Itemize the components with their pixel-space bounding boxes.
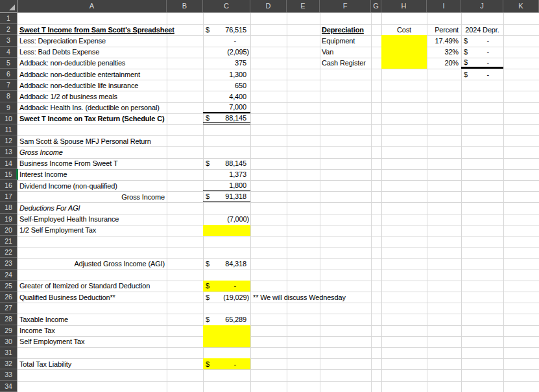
cell-A18[interactable]: Deductions For AGI [18,202,167,213]
column-header-D[interactable]: D [250,0,287,12]
cell-C8[interactable]: 4,400 [203,91,250,102]
cell-A16[interactable]: Dividend Income (non-qualified) [18,180,167,191]
row-header-17[interactable]: 17 [0,191,17,202]
cell-A15[interactable]: Interest Income [18,169,167,180]
row-header-3[interactable]: 3 [0,35,17,46]
row-header-19[interactable]: 19 [0,214,17,225]
cell-C28[interactable]: $65,289 [203,314,250,325]
row-header-9[interactable]: 9 [0,102,17,113]
cell-J5[interactable]: $- [461,58,503,69]
cell-A28[interactable]: Taxable Income [18,314,167,325]
row-header-16[interactable]: 16 [0,180,17,191]
column-header-J[interactable]: J [461,0,503,12]
row-header-25[interactable]: 25 [0,281,17,292]
cell-A26[interactable]: Qualified Business Deduction** [18,292,167,303]
cell-A10[interactable]: Sweet T Income on Tax Return (Schedule C… [18,113,167,124]
column-header-E[interactable]: E [287,0,320,12]
cell-A7[interactable]: Addback: non-deductible life insurance [18,80,167,91]
row-header-7[interactable]: 7 [0,80,17,91]
row-header-23[interactable]: 23 [0,258,17,269]
row-header-20[interactable]: 20 [0,225,17,236]
cell-A5[interactable]: Addback: non-deductible penalties [18,58,167,69]
row-header-12[interactable]: 12 [0,135,17,146]
cell-I3[interactable]: 17.49% [427,35,461,46]
cell-I5[interactable]: 20% [427,58,461,69]
cell-H4[interactable] [381,47,427,58]
cell-F4[interactable]: Van [320,47,371,58]
column-header-F[interactable]: F [320,0,371,12]
cell-A12[interactable]: Sam Scott & Spouse MFJ Personal Return [18,135,167,146]
column-header-I[interactable]: I [427,0,461,12]
cell-A23[interactable]: Adjusted Gross Income (AGI) [18,258,167,269]
cell-C32[interactable]: $- [203,358,250,369]
cell-F2[interactable]: Depreciation [320,24,371,35]
cell-A25[interactable]: Greater of Itemized or Standard Deductio… [18,281,167,292]
cell-C25[interactable]: $- [203,281,250,292]
cell-C10[interactable]: $88,145 [203,113,250,124]
row-header-8[interactable]: 8 [0,91,17,102]
cell-A20[interactable]: 1/2 Self Employment Tax [18,225,167,236]
cell-C14[interactable]: $88,145 [203,158,250,169]
column-header-K[interactable]: K [503,0,539,12]
column-header-G[interactable]: G [371,0,381,12]
cell-C15[interactable]: 1,373 [203,169,250,180]
row-header-5[interactable]: 5 [0,58,17,69]
cell-F5[interactable]: Cash Register [320,58,371,69]
cell-A9[interactable]: Addback: Health Ins. (deductible on pers… [18,102,167,113]
row-header-29[interactable]: 29 [0,325,17,336]
row-header-27[interactable]: 27 [0,303,17,314]
row-header-4[interactable]: 4 [0,47,17,58]
cell-J6[interactable]: $- [461,69,503,80]
cell-C26[interactable]: $(19,029) [203,292,250,303]
grid-area[interactable]: Sweet T Income from Sam Scott's Spreadsh… [0,0,539,392]
row-header-24[interactable]: 24 [0,270,17,281]
column-header-A[interactable]: A [18,0,167,12]
cell-C6[interactable]: 1,300 [203,69,250,80]
select-all-button[interactable] [0,0,18,13]
column-header-H[interactable]: H [381,0,427,12]
cell-A32[interactable]: Total Tax Liability [18,358,167,369]
cell-A13[interactable]: Gross Income [18,146,167,157]
cell-A30[interactable]: Self Employment Tax [18,336,167,347]
column-header-B[interactable]: B [167,0,203,12]
cell-C29[interactable] [203,325,250,336]
cell-A29[interactable]: Income Tax [18,325,167,336]
cell-I4[interactable]: 32% [427,47,461,58]
column-header-C[interactable]: C [203,0,250,12]
cell-A3[interactable]: Less: Depreciation Expense [18,35,167,46]
cell-J4[interactable]: $- [461,47,503,58]
row-header-34[interactable]: 34 [0,381,17,392]
row-header-26[interactable]: 26 [0,292,17,303]
row-header-18[interactable]: 18 [0,202,17,213]
cell-A14[interactable]: Business Income From Sweet T [18,158,167,169]
cell-A8[interactable]: Addback: 1/2 of business meals [18,91,167,102]
row-header-15[interactable]: 15 [0,169,17,180]
cell-H5[interactable] [381,58,427,69]
cell-D26[interactable]: ** We will discuss Wednesday [250,292,387,303]
row-header-6[interactable]: 6 [0,69,17,80]
cell-C7[interactable]: 650 [203,80,250,91]
cell-C4[interactable]: (2,095) [203,47,250,58]
row-header-2[interactable]: 2 [0,24,17,35]
cell-C23[interactable]: $84,318 [203,258,250,269]
cell-C19[interactable]: (7,000) [203,214,250,225]
cell-H3[interactable] [381,35,427,46]
cell-A6[interactable]: Addback: non-deductible entertainment [18,69,167,80]
cell-A19[interactable]: Self-Employed Health Insurance [18,214,167,225]
cell-J2[interactable]: 2024 Depr. [461,24,503,35]
cell-C17[interactable]: $91,318 [203,191,250,202]
row-header-1[interactable]: 1 [0,13,17,24]
row-header-28[interactable]: 28 [0,314,17,325]
row-header-30[interactable]: 30 [0,336,17,347]
row-header-22[interactable]: 22 [0,247,17,258]
cell-F3[interactable]: Equipment [320,35,371,46]
cell-C20[interactable] [203,225,250,236]
row-header-13[interactable]: 13 [0,146,17,157]
row-header-31[interactable]: 31 [0,347,17,358]
cell-C30[interactable] [203,336,250,347]
row-header-32[interactable]: 32 [0,358,17,369]
cell-H2[interactable]: Cost [381,24,427,35]
cell-A17[interactable]: Gross Income [18,191,167,202]
cell-C9[interactable]: 7,000 [203,102,250,113]
row-header-11[interactable]: 11 [0,124,17,135]
